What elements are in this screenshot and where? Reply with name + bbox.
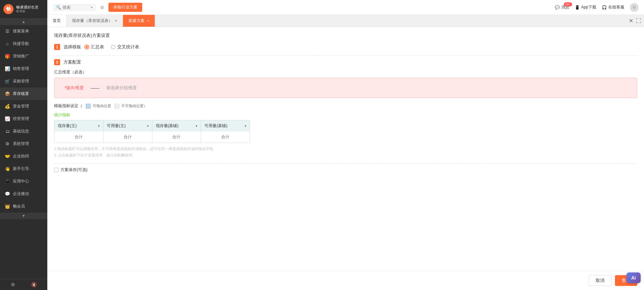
- tab-inventory-close-icon[interactable]: ✕: [115, 19, 117, 23]
- sidebar-item-label: 基础信息: [13, 128, 29, 134]
- tips-section: 1.拖动标题栏可以调整布局，不可跨维度或指标区域拖动，还可在同一维度或指标区域内…: [54, 146, 637, 158]
- sidebar-item-cooperation[interactable]: 🤝 企业协同: [0, 150, 47, 163]
- dimension-box[interactable]: *纵向维度 —— 请选择分组维度: [54, 78, 637, 98]
- sidebar-item-label: 畅会员: [13, 203, 25, 209]
- search-icon: 🔍: [56, 5, 61, 10]
- radio-cross[interactable]: 交叉统计表: [111, 44, 139, 50]
- tab-home[interactable]: 首页: [47, 15, 67, 27]
- audio-icon[interactable]: 🔇: [31, 282, 37, 287]
- tab-new-plan[interactable]: 新建方案 ✕: [123, 15, 155, 27]
- search-input[interactable]: [63, 5, 90, 10]
- legend-fixed-box: [115, 104, 119, 108]
- section2-num: 2: [54, 59, 60, 65]
- sidebar-item-wechat[interactable]: 💬 企业微信: [0, 188, 47, 200]
- scheme-save-checkbox[interactable]: [54, 168, 58, 172]
- radio-summary[interactable]: 汇总表: [84, 44, 104, 50]
- col-label-0: 现存量(主): [58, 123, 77, 129]
- message-badge: 99+: [564, 2, 572, 6]
- service-button[interactable]: 🎧 在线客服: [602, 4, 624, 10]
- sales-icon: 📊: [5, 66, 10, 72]
- sidebar-item-basic-info[interactable]: 🗂 基础信息: [0, 125, 47, 138]
- col-label-1: 可用量(主): [107, 123, 126, 129]
- message-button[interactable]: 💬 消息 99+: [555, 4, 569, 10]
- tab-new-plan-close-icon[interactable]: ✕: [147, 19, 149, 23]
- cancel-button[interactable]: 取消: [589, 275, 612, 286]
- legend-draggable-box: [86, 104, 91, 108]
- service-label: 在线客服: [608, 4, 624, 10]
- sidebar-item-label: 新手引导: [13, 166, 29, 172]
- sidebar-item-label: 资金管理: [13, 103, 29, 109]
- app-logo: 畅 畅康通好生意 标准版: [0, 0, 47, 19]
- wechat-icon: 💬: [5, 191, 10, 197]
- sidebar-item-label: 快捷导航: [13, 41, 29, 47]
- sidebar-item-search-menu[interactable]: ☰ 搜索菜单: [0, 25, 47, 38]
- col-header-1[interactable]: 可用量(主) ▾: [103, 120, 152, 131]
- user-avatar[interactable]: U: [630, 3, 639, 12]
- col-chevron-1: ▾: [147, 124, 149, 128]
- tab-inventory-status[interactable]: 现存量（库存状况表） ✕: [67, 15, 123, 27]
- app-download-button[interactable]: 📱 App下载: [575, 4, 596, 10]
- scheme-save-label: 方案保存(可选): [60, 167, 88, 173]
- sidebar-item-member[interactable]: 👑 畅会员: [0, 200, 47, 213]
- app-download-label: App下载: [581, 4, 596, 10]
- message-icon: 💬: [555, 5, 560, 10]
- section-plan-config: 2 方案配置 汇总维度（必选） *纵向维度 —— 请选择分组维度 模板指标设定（…: [54, 59, 637, 158]
- template-radio-group: 汇总表 交叉统计表: [84, 44, 139, 50]
- member-icon: 👑: [5, 204, 10, 209]
- section1-title: 选择模板: [64, 44, 81, 50]
- app-badge: 标准版: [16, 9, 39, 14]
- trial-button[interactable]: 体验行业方案: [108, 3, 142, 12]
- sidebar-item-quick-nav[interactable]: ⌂ 快捷导航: [0, 38, 47, 50]
- section2-header: 2 方案配置: [54, 59, 637, 65]
- section1-num: 1: [54, 44, 60, 50]
- settings-icon[interactable]: ⚙: [11, 282, 15, 287]
- sidebar-item-app-center[interactable]: 📱 应用中心: [0, 175, 47, 188]
- stat-table-body: 合计 合计 合计 合计: [54, 131, 250, 143]
- tip-2: 2. 点击标题栏下拉可设置排序、插入列和删除列: [54, 153, 637, 158]
- sidebar-scroll-down[interactable]: ▼: [0, 213, 47, 219]
- col-label-3: 可用量(基辅): [204, 123, 227, 129]
- logo-text: 畅康通好生意 标准版: [16, 5, 39, 14]
- col-chevron-3: ▾: [245, 124, 246, 128]
- tabbar: 首页 现存量（库存状况表） ✕ 新建方案 ✕ ✕ ⛶: [47, 15, 644, 27]
- indicator-setting-label: 模板指标设定（ 可拖动位置 不可拖动位置）: [54, 103, 637, 109]
- sidebar-scroll-up[interactable]: ▲: [0, 19, 47, 25]
- col-value-2: 合计: [152, 131, 201, 143]
- tab-new-plan-label: 新建方案: [128, 18, 145, 24]
- radio-cross-circle: [111, 45, 116, 49]
- finance-icon: 💰: [5, 104, 10, 109]
- sidebar-item-label: 营销推广: [13, 53, 29, 59]
- section2-title: 方案配置: [64, 59, 81, 65]
- dim-arrow: ——: [91, 86, 99, 91]
- sidebar-item-purchase[interactable]: 🛒 采购管理: [0, 75, 47, 88]
- topbar-right: 💬 消息 99+ 📱 App下载 🎧 在线客服 U: [555, 3, 639, 12]
- guide-icon: 👋: [5, 166, 10, 172]
- sidebar-item-system[interactable]: ⚙ 系统管理: [0, 138, 47, 150]
- sidebar-item-marketing[interactable]: 🎁 营销推广: [0, 50, 47, 63]
- col-value-0: 合计: [54, 131, 103, 143]
- tab-close-ctrl-icon[interactable]: ✕: [629, 18, 633, 24]
- sidebar-item-sales[interactable]: 📊 销售管理: [0, 63, 47, 75]
- dim-required-text: *纵向维度: [65, 85, 84, 91]
- topbar-gear-icon[interactable]: ⚙: [100, 5, 104, 10]
- ai-fab-button[interactable]: Ai: [626, 272, 641, 283]
- tab-expand-ctrl-icon[interactable]: ⛶: [636, 18, 641, 24]
- sidebar-item-operation[interactable]: 📈 经营管理: [0, 113, 47, 125]
- col-header-2[interactable]: 现存量(基辅) ▾: [152, 120, 201, 131]
- legend-draggable: 可拖动位置: [86, 103, 111, 108]
- col-chevron-0: ▾: [98, 124, 100, 128]
- sidebar-item-guide[interactable]: 👋 新手引导: [0, 163, 47, 175]
- cooperation-icon: 🤝: [5, 154, 10, 159]
- sidebar-item-label: 应用中心: [13, 178, 29, 184]
- stat-table: 现存量(主) ▾ 可用量(主) ▾ 现存量(基辅) ▾ 可用量(基辅) ▾: [54, 120, 250, 143]
- scheme-save-row: 方案保存(可选): [54, 167, 637, 173]
- topbar-search-area[interactable]: 🔍 ▾: [53, 4, 96, 11]
- tabbar-controls: ✕ ⛶: [629, 18, 644, 24]
- col-header-3[interactable]: 可用量(基辅) ▾: [201, 120, 250, 131]
- col-chevron-2: ▾: [196, 124, 197, 128]
- sidebar-item-inventory[interactable]: 📦 库存核算: [0, 88, 47, 100]
- stat-section-label: 统计指标: [54, 112, 637, 118]
- sidebar-item-finance[interactable]: 💰 资金管理: [0, 100, 47, 113]
- section-divider-1: [54, 55, 637, 56]
- col-header-0[interactable]: 现存量(主) ▾: [54, 120, 103, 131]
